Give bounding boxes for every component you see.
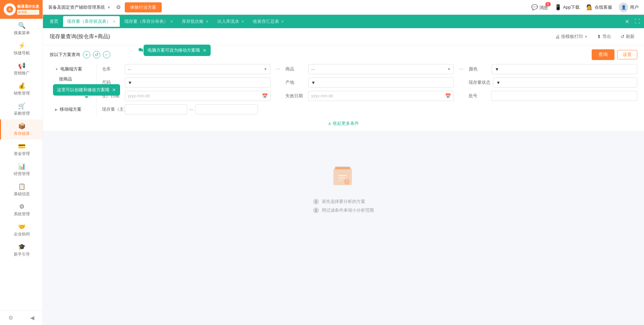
svg-rect-6 xyxy=(338,180,343,181)
batch-input[interactable] xyxy=(491,91,637,101)
product-dots: ··· xyxy=(311,67,315,72)
sidebar-item-marketing[interactable]: 📢 营销推广 xyxy=(0,59,43,79)
origin-select[interactable]: ▼ xyxy=(308,77,454,88)
filter-refresh-btn[interactable]: ↺ xyxy=(93,51,100,58)
export-action[interactable]: ⬆ 导出 xyxy=(594,32,614,41)
refresh-small-icon: ↺ xyxy=(95,52,99,57)
sidebar-item-sales[interactable]: 💰 销售管理 xyxy=(0,79,43,99)
sidebar-bottom: ⚙ ◀ xyxy=(0,310,43,325)
tab-close-icon[interactable]: ✕ xyxy=(206,19,209,24)
sidebar-item-label: 资金管理 xyxy=(14,151,30,157)
scheme-by-product[interactable]: 按商品 xyxy=(50,74,96,84)
product-select[interactable]: ··· ▼ xyxy=(308,64,454,74)
stock-status-label: 现存量状态 xyxy=(469,79,490,86)
refresh-action[interactable]: ↺ 刷新 xyxy=(618,32,637,41)
tab-stock-flow[interactable]: 出入库流水 ✕ xyxy=(213,16,248,27)
stock-amount-min-input[interactable] xyxy=(125,104,187,114)
filter-add-btn[interactable]: + xyxy=(83,51,90,58)
set-button[interactable]: 设置 xyxy=(617,50,637,59)
stock-status-select[interactable]: ▼ xyxy=(493,77,637,88)
tab-stock-status[interactable]: 现存量（库存状况表） ✕ xyxy=(63,16,120,27)
app-download-action[interactable]: 📱 App下载 xyxy=(555,4,580,10)
message-action[interactable]: 💬 消息 6 xyxy=(531,4,548,11)
create-tooltip-text: 这里可以创建和修改方案哦 xyxy=(57,87,109,93)
create-tooltip-close[interactable]: ✕ xyxy=(112,87,116,93)
topbar-settings-icon[interactable]: ⚙ xyxy=(116,4,121,10)
settings-bottom-icon[interactable]: ⚙ xyxy=(8,315,13,321)
topbar-right: 💬 消息 6 📱 App下载 💁 在线客服 👤 用户 xyxy=(531,3,639,12)
tip-num-2: 2 xyxy=(313,207,319,213)
tab-home-label: 首页 xyxy=(50,19,58,24)
print-label: 按模板打印 xyxy=(561,34,583,40)
product-extra-dots[interactable]: ··· xyxy=(458,66,465,72)
enterprise-icon: 🤝 xyxy=(18,223,25,230)
sidebar-item-quick-nav[interactable]: ⚡ 快捷导航 xyxy=(0,39,43,59)
topbar: 装备及固定资产辅助管理系统 ▼ ⚙ 体验行业方案 💬 消息 6 📱 App下载 … xyxy=(43,0,644,15)
filter-back-btn[interactable]: ← xyxy=(103,51,110,58)
tab-fullscreen-icon[interactable]: ⛶ xyxy=(633,17,641,26)
mobile-scheme-group[interactable]: ▶ 移动端方案 xyxy=(50,104,96,114)
scheme-tooltip-text: 电脑方案可设为移动方案哦 xyxy=(148,47,200,53)
marketing-icon: 📢 xyxy=(18,62,25,69)
tab-stock-dist-label: 现存量（库存分布表） xyxy=(124,18,168,24)
collapse-button[interactable]: ∧ 收起更多条件 xyxy=(50,118,637,129)
service-icon: 💁 xyxy=(586,4,593,10)
sidebar-logo: 6 畅通通好生意 标准版 xyxy=(0,0,43,19)
sidebar-item-stock[interactable]: 📦 库存核算 xyxy=(0,119,43,140)
quick-nav-icon: ⚡ xyxy=(18,42,25,49)
user-label: 用户 xyxy=(630,4,639,10)
color-select[interactable]: ▼ xyxy=(492,64,637,74)
operations-icon: 📊 xyxy=(18,163,25,170)
tab-close-icon[interactable]: ✕ xyxy=(281,19,284,24)
sidebar-item-label: 经营管理 xyxy=(14,171,30,177)
size-select[interactable]: ▼ xyxy=(125,77,271,88)
system-selector[interactable]: 装备及固定资产辅助管理系统 ▼ xyxy=(48,4,111,10)
query-button[interactable]: 查询 xyxy=(592,49,614,60)
industry-button[interactable]: 体验行业方案 xyxy=(125,2,162,12)
sidebar-nav: 🔍 搜索菜单 ⚡ 快捷导航 📢 营销推广 💰 销售管理 🛒 采购管理 📦 库存核… xyxy=(0,19,43,310)
tab-close-icon[interactable]: ✕ xyxy=(170,19,173,24)
sidebar-item-label: 采购管理 xyxy=(14,111,30,116)
stock-amount-max-input[interactable] xyxy=(196,104,258,114)
page-title: 现存量查询(按仓库+商品) xyxy=(50,33,110,40)
sidebar-item-system[interactable]: ⚙ 系统管理 xyxy=(0,200,43,220)
filter-row-3: 生产日期 yyyy-mm-dd 📅 失效日期 yyyy-mm-dd 📅 xyxy=(102,91,637,101)
tab-home[interactable]: 首页 xyxy=(46,18,62,24)
tab-close-icon[interactable]: ✕ xyxy=(241,19,244,24)
tab-close-all-icon[interactable]: ✕ xyxy=(624,17,631,26)
tab-stock-dist[interactable]: 现存量（库存分布表） ✕ xyxy=(120,16,177,27)
sidebar-item-guide[interactable]: 🎓 新手引导 xyxy=(0,240,43,260)
print-icon: 🖨 xyxy=(555,34,560,39)
produce-date-input[interactable]: yyyy-mm-dd 📅 xyxy=(125,91,271,101)
sidebar-item-search[interactable]: 🔍 搜索菜单 xyxy=(0,19,43,39)
desktop-scheme-group[interactable]: ▼ 电脑端方案 xyxy=(50,64,96,74)
color-label: 颜色 xyxy=(469,66,489,72)
scheme-tooltip-close[interactable]: ✕ xyxy=(203,48,207,53)
expire-date-input[interactable]: yyyy-mm-dd 📅 xyxy=(308,91,454,101)
tab-close-icon[interactable]: ✕ xyxy=(113,19,116,24)
sidebar-item-enterprise[interactable]: 🤝 企业协同 xyxy=(0,220,43,240)
warehouse-select[interactable]: ··· ▼ xyxy=(125,64,270,74)
create-tooltip: 这里可以创建和修改方案哦 ✕ xyxy=(53,84,120,96)
back-icon: ← xyxy=(104,52,109,57)
sidebar-item-basic[interactable]: 📋 基础信息 xyxy=(0,180,43,200)
online-service-action[interactable]: 💁 在线客服 xyxy=(586,4,612,10)
collapse-icon[interactable]: ◀ xyxy=(30,315,34,321)
scheme-panel: ▼ 电脑端方案 按商品 这里可以创建和修改方案哦 ✕ ▶ 移动端方案 xyxy=(50,64,97,118)
tab-stock-summary[interactable]: 收发存汇总表 ✕ xyxy=(249,16,288,27)
print-action[interactable]: 🖨 按模板打印 ▼ xyxy=(552,32,590,41)
product-chevron-icon: ▼ xyxy=(447,67,451,71)
sidebar-item-operations[interactable]: 📊 经营管理 xyxy=(0,160,43,180)
tab-stock-batch[interactable]: 库存批次账 ✕ xyxy=(178,16,213,27)
sidebar-item-finance[interactable]: 💳 资金管理 xyxy=(0,140,43,160)
size-filter: 尺码 ▼ xyxy=(102,77,271,88)
warehouse-dots: ··· xyxy=(128,67,131,72)
warehouse-extra-dots[interactable]: ··· xyxy=(274,66,281,72)
refresh-icon: ↺ xyxy=(621,34,625,39)
chevron-down-icon: ▼ xyxy=(107,5,111,9)
sidebar-item-purchase[interactable]: 🛒 采购管理 xyxy=(0,99,43,119)
user-action[interactable]: 👤 用户 xyxy=(619,3,639,12)
tab-stock-summary-label: 收发存汇总表 xyxy=(253,18,279,24)
empty-tip-2: 2 用过滤条件来缩小分析范围 xyxy=(313,207,374,213)
scheme-product-name: 按商品 xyxy=(59,76,72,82)
